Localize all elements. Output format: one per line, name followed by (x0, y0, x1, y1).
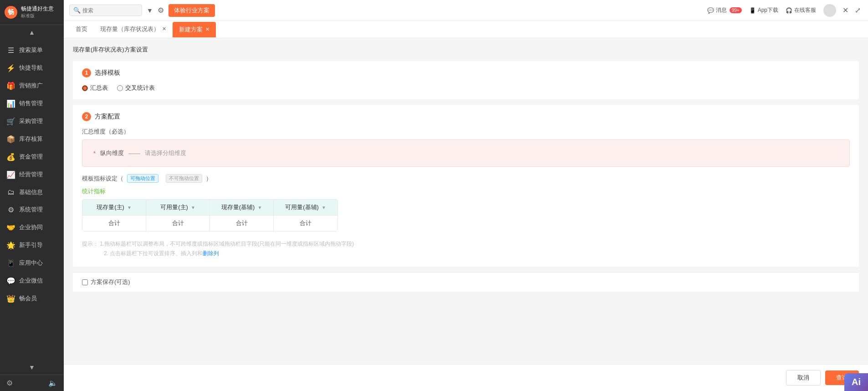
sidebar-item-label: 企业协同 (19, 223, 43, 232)
sidebar-item-system[interactable]: ⚙ 系统管理 (0, 201, 64, 219)
message-action[interactable]: 💬 消息 99+ (707, 6, 742, 14)
col-label-2: 现存量(基辅) (221, 203, 255, 211)
radio-summary-label: 汇总表 (90, 84, 108, 92)
user-avatar[interactable] (823, 4, 836, 17)
sidebar-item-label: 畅会员 (19, 294, 37, 303)
settings-footer-icon[interactable]: ⚙ (6, 379, 13, 387)
sidebar-item-label: 营销推广 (19, 82, 43, 90)
sidebar-item-basicinfo[interactable]: 🗂 基础信息 (0, 184, 64, 201)
app-download-action[interactable]: 📱 App下载 (749, 6, 778, 14)
app-download-label: App下载 (758, 6, 778, 14)
search-menu-icon: ☰ (6, 46, 15, 55)
online-service-label: 在线客服 (794, 6, 816, 14)
radio-summary[interactable]: 汇总表 (82, 84, 108, 92)
tip-2-text: 2. 点击标题栏下拉可设置排序、插入列和 (82, 250, 203, 257)
metrics-label-prefix: 模板指标设定（ (82, 175, 123, 183)
tab-inventory-label: 现存量（库存状况表） (100, 25, 159, 33)
topbar-actions: 💬 消息 99+ 📱 App下载 🎧 在线客服 (707, 4, 836, 17)
sidebar-item-newguide[interactable]: 🌟 新手引导 (0, 237, 64, 254)
search-icon: 🔍 (73, 7, 81, 14)
save-checkbox-label[interactable]: 方案保存(可选) (82, 278, 130, 286)
close-btn[interactable]: ✕ (841, 5, 850, 15)
topbar-settings-btn[interactable]: ⚙ (158, 6, 164, 15)
tip-2: 2. 点击标题栏下拉可设置排序、插入列和删除列 (82, 250, 850, 257)
sidebar-item-label: 企业微信 (19, 277, 43, 285)
expand-btn[interactable]: ⤢ (853, 5, 863, 15)
operations-icon: 📈 (6, 170, 15, 179)
app-download-icon: 📱 (749, 7, 756, 14)
sidebar-scroll-up[interactable]: ▲ (29, 27, 35, 38)
sidebar-nav: ☰ 搜索菜单 ⚡ 快捷导航 🎁 营销推广 📊 销售管理 🛒 采购管理 📦 库存核… (0, 40, 64, 360)
sidebar-item-purchase[interactable]: 🛒 采购管理 (0, 113, 64, 130)
topbar: 🔍 ▼ ⚙ 体验行业方案 💬 消息 99+ 📱 App下载 🎧 在线客服 ✕ (64, 0, 868, 21)
sidebar-item-quicknav[interactable]: ⚡ 快捷导航 (0, 59, 64, 77)
topbar-dropdown-btn[interactable]: ▼ (147, 7, 153, 14)
tab-home[interactable]: 首页 (69, 21, 94, 38)
basicinfo-icon: 🗂 (6, 188, 15, 196)
online-service-action[interactable]: 🎧 在线客服 (786, 6, 816, 14)
stats-table: 现存量(主) ▼ 可用量(主) ▼ 现存量(基辅) ▼ 可用量(基辅) ▼ (82, 199, 338, 232)
content-area: 现存量(库存状况表)方案设置 1 选择模板 汇总表 交叉统计表 2 (64, 38, 868, 364)
col-header-0[interactable]: 现存量(主) ▼ (82, 200, 146, 215)
topbar-search-box[interactable]: 🔍 (69, 5, 142, 16)
sidebar-item-label: 新手引导 (19, 241, 43, 249)
step1-header: 1 选择模板 (82, 68, 850, 77)
message-badge: 99+ (730, 7, 742, 13)
radio-cross[interactable]: 交叉统计表 (117, 84, 155, 92)
col-label-3: 可用量(基辅) (285, 203, 319, 211)
page-title: 现存量(库存状况表)方案设置 (73, 46, 859, 54)
purchase-icon: 🛒 (6, 117, 15, 126)
dimension-name: 纵向维度 (100, 149, 124, 157)
step2-title: 方案配置 (95, 113, 120, 121)
sidebar: 畅 畅捷通好生意 标准版 ▲ ☰ 搜索菜单 ⚡ 快捷导航 🎁 营销推广 📊 销售… (0, 0, 64, 391)
sidebar-item-inventory[interactable]: 📦 库存核算 (0, 130, 64, 148)
sidebar-item-label: 搜索菜单 (19, 46, 43, 54)
cancel-button[interactable]: 取消 (786, 370, 821, 386)
chevron-icon-0: ▼ (127, 205, 132, 210)
quicknav-icon: ⚡ (6, 64, 15, 72)
save-section: 方案保存(可选) (73, 272, 859, 292)
trial-btn[interactable]: 体验行业方案 (168, 4, 215, 17)
tip-1-text: 提示： 1.拖动标题栏可以调整布局，不可跨维度或指标区域拖动栏目字段(只能在同一… (82, 241, 354, 247)
member-icon: 👑 (6, 294, 15, 303)
step2-header: 2 方案配置 (82, 112, 850, 121)
sidebar-item-operations[interactable]: 📈 经营管理 (0, 166, 64, 184)
sidebar-item-sales[interactable]: 📊 销售管理 (0, 95, 64, 113)
radio-cross-input[interactable] (117, 85, 123, 91)
tab-new-plan[interactable]: 新建方案 ✕ (173, 22, 216, 37)
dimension-section: 汇总维度（必选） * 纵向维度 —— 请选择分组维度 (82, 128, 850, 167)
col-header-2[interactable]: 现存量(基辅) ▼ (210, 200, 274, 215)
tab-inventory-close[interactable]: ✕ (162, 26, 166, 32)
enterprise-icon: 🤝 (6, 223, 15, 232)
sidebar-item-search[interactable]: ☰ 搜索菜单 (0, 41, 64, 59)
audio-footer-icon[interactable]: 🔈 (48, 379, 57, 387)
cell-1: 合计 (146, 216, 210, 231)
radio-summary-input[interactable] (82, 85, 88, 91)
tab-new-plan-close[interactable]: ✕ (205, 26, 209, 32)
sidebar-item-label: 基础信息 (19, 188, 43, 196)
col-header-1[interactable]: 可用量(主) ▼ (146, 200, 210, 215)
sidebar-item-enterprise[interactable]: 🤝 企业协同 (0, 219, 64, 237)
sidebar-item-member[interactable]: 👑 畅会员 (0, 290, 64, 308)
tab-inventory[interactable]: 现存量（库存状况表） ✕ (94, 21, 173, 38)
sidebar-item-appcenter[interactable]: 📱 应用中心 (0, 254, 64, 272)
chevron-icon-3: ▼ (322, 205, 326, 210)
sidebar-item-marketing[interactable]: 🎁 营销推广 (0, 77, 64, 95)
step1-num: 1 (82, 68, 91, 77)
required-star: * (93, 150, 96, 157)
col-label-1: 可用量(主) (160, 203, 188, 211)
sidebar-item-wecom[interactable]: 💬 企业微信 (0, 272, 64, 290)
sidebar-item-label: 采购管理 (19, 117, 43, 125)
finance-icon: 💰 (6, 153, 15, 161)
cell-0: 合计 (82, 216, 146, 231)
sidebar-scroll-down[interactable]: ▼ (29, 362, 35, 373)
save-checkbox-input[interactable] (82, 279, 88, 285)
sidebar-item-finance[interactable]: 💰 资金管理 (0, 148, 64, 166)
inventory-icon: 📦 (6, 135, 15, 144)
radio-cross-label: 交叉统计表 (125, 84, 155, 92)
dimension-box[interactable]: * 纵向维度 —— 请选择分组维度 (82, 139, 850, 167)
ai-badge[interactable]: Ai (844, 373, 868, 391)
col-header-3[interactable]: 可用量(基辅) ▼ (274, 200, 337, 215)
search-input[interactable] (82, 7, 138, 14)
cell-3: 合计 (274, 216, 337, 231)
